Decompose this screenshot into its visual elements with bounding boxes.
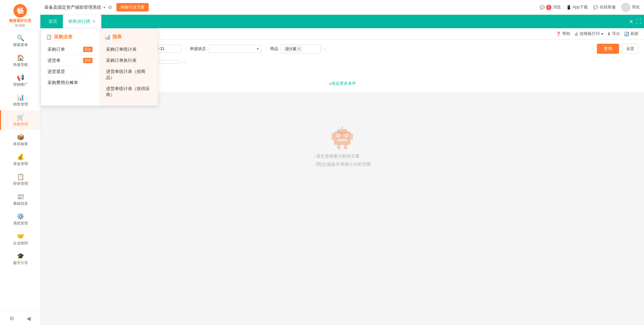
sidebar-item-inventory[interactable]: 📦 库存核算	[0, 130, 40, 150]
collapse-icon: ∧	[329, 81, 332, 86]
goods-select[interactable]: 设计素 ✕	[280, 44, 321, 53]
brand-name: 畅捷通好生意	[9, 18, 31, 23]
edition-label: 标准版	[15, 23, 25, 28]
filter-doc-status: 单据状态 ▾	[190, 45, 262, 53]
print-dropdown-icon[interactable]: ▾	[601, 32, 603, 36]
message-icon: 💬	[540, 5, 545, 10]
goods-ellipsis[interactable]: ···	[323, 46, 326, 51]
filter-settings-button[interactable]: 设置	[622, 44, 639, 54]
report-instock-goods[interactable]: 进货单统计表（按商品）	[105, 66, 152, 83]
svg-point-6	[346, 135, 347, 136]
report-instock-supplier[interactable]: 进货单统计表（按供应商）	[105, 83, 152, 100]
query-buttons: 查询 设置	[597, 44, 639, 54]
sidebar-item-marketing[interactable]: 📢 营销推广	[0, 71, 40, 90]
sidebar-item-finance[interactable]: 💰 资金管理	[0, 150, 40, 170]
refresh-icon: 🔄	[624, 32, 629, 36]
system-title: 装备及固定资产辅助管理系统	[44, 4, 101, 10]
doc-status-dropdown-icon: ▾	[257, 46, 259, 51]
svg-rect-11	[344, 145, 347, 149]
sidebar: 畅 畅捷通好生意 标准版 🔍 搜索菜单 🏠 快捷导航 📢 营销推广 📊 销售管理…	[0, 0, 40, 325]
sidebar-logo: 畅 畅捷通好生意 标准版	[0, 0, 40, 31]
app-download-item[interactable]: 📱 App下载	[566, 4, 588, 10]
report-icon: 📊	[105, 34, 110, 40]
collab-icon: 🤝	[17, 233, 24, 240]
logo-icon: 畅	[13, 4, 27, 17]
collapse-sidebar-icon[interactable]: ◀	[27, 315, 31, 322]
app-label: App下载	[573, 4, 588, 10]
tab-expand-icon[interactable]: ⛶	[636, 18, 641, 25]
print-button[interactable]: 🖨 按模板打印 ▾	[574, 31, 603, 37]
tab-close-all-icon[interactable]: ✕	[629, 18, 633, 25]
purchase-return-item[interactable]: 进货退货	[46, 66, 94, 77]
inventory-icon: 📦	[17, 133, 24, 141]
search-icon: 🔍	[17, 34, 24, 42]
sidebar-item-basic[interactable]: 📰 基础信息	[0, 190, 40, 209]
empty-illustration	[325, 120, 359, 153]
tab-sales-rank[interactable]: 销售排行榜 ✕	[63, 15, 101, 28]
sidebar-nav: 🔍 搜索菜单 🏠 快捷导航 📢 营销推广 📊 销售管理 🛒 采购管理 📦 库存核…	[0, 31, 40, 312]
doc-status-select[interactable]: ▾	[208, 45, 262, 53]
sales-icon: 📊	[17, 94, 24, 101]
system-icon: ⚙️	[17, 213, 24, 220]
sidebar-item-system[interactable]: ⚙️ 系统管理	[0, 209, 40, 229]
svg-rect-1	[337, 129, 347, 134]
goods-tag-close[interactable]: ✕	[297, 47, 300, 51]
tab-bar-right: ✕ ⛶	[629, 18, 641, 25]
tab-close-icon[interactable]: ✕	[92, 19, 96, 24]
empty-tip-1: 请先选择要分析的方案	[314, 153, 371, 159]
sidebar-item-business[interactable]: 📋 经营管理	[0, 170, 40, 190]
filter-sep-1	[185, 46, 186, 51]
sidebar-item-search[interactable]: 🔍 搜索菜单	[0, 31, 40, 51]
report-order-exec[interactable]: 采购订单执行表	[105, 55, 152, 66]
export-button[interactable]: ⬇ 导出	[607, 31, 620, 37]
main-area: 装备及固定资产辅助管理系统 ▾ ⚙ 体验行业方案 💬 5 消息 📱 App下载 …	[40, 0, 644, 325]
report-order-stat[interactable]: 采购订单统计表	[105, 44, 152, 55]
sidebar-item-collab[interactable]: 🤝 企业协同	[0, 229, 40, 249]
sidebar-item-quick[interactable]: 🏠 快捷导航	[0, 51, 40, 71]
tab-home[interactable]: 首页	[43, 15, 63, 28]
sidebar-item-sales[interactable]: 📊 销售管理	[0, 90, 40, 110]
goods-tag: 设计素 ✕	[283, 46, 302, 52]
svg-rect-2	[342, 126, 343, 129]
purchase-biz-icon: 📋	[46, 34, 52, 40]
sidebar-item-purchase[interactable]: 🛒 采购管理	[0, 110, 40, 130]
purchase-icon: 🛒	[17, 114, 24, 121]
settings-footer-icon[interactable]: ⚙	[9, 315, 14, 322]
title-dropdown-icon[interactable]: ▾	[103, 5, 105, 10]
filter-sep-2	[266, 46, 266, 51]
svg-rect-8	[331, 133, 334, 140]
empty-state: 请先选择要分析的方案 用[过滤]条件来缩小分析范围	[40, 93, 644, 196]
salesperson-ellipsis[interactable]: ···	[183, 59, 186, 64]
user-item[interactable]: 用友	[621, 3, 640, 12]
header-settings-icon[interactable]: ⚙	[108, 5, 112, 10]
purchase-order-item[interactable]: 采购订单 历史	[46, 44, 94, 55]
svg-rect-9	[350, 133, 353, 140]
top-header: 装备及固定资产辅助管理系统 ▾ ⚙ 体验行业方案 💬 5 消息 📱 App下载 …	[40, 0, 644, 15]
filter-goods: 商品 设计素 ✕ ···	[270, 44, 326, 53]
help-button[interactable]: ❓ 帮助	[556, 31, 570, 37]
header-right: 💬 5 消息 📱 App下载 💬 在线客服 用友	[540, 3, 640, 12]
history-badge-1: 历史	[83, 47, 93, 52]
svg-rect-7	[337, 139, 347, 141]
guide-icon: 🎓	[17, 252, 24, 260]
online-support-item[interactable]: 💬 在线客服	[593, 4, 616, 10]
trial-button[interactable]: 体验行业方案	[116, 3, 149, 11]
purchase-instock-item[interactable]: 进货单 历史	[46, 55, 94, 66]
finance-icon: 💰	[17, 153, 24, 161]
empty-tips: 请先选择要分析的方案 用[过滤]条件来缩小分析范围	[314, 153, 371, 169]
tab-bar: 首页 销售排行榜 ✕ 📋 采购业务 采购订单 历史 进货单 历史	[40, 15, 644, 28]
user-label: 用友	[632, 4, 640, 10]
notifications-item[interactable]: 💬 5 消息	[540, 4, 561, 10]
purchase-expense-item[interactable]: 采购费用分摊单	[46, 77, 94, 88]
purchase-col1: 📋 采购业务 采购订单 历史 进货单 历史 进货退货 采购费用分摊单	[46, 34, 94, 100]
print-icon: 🖨	[574, 32, 578, 36]
export-icon: ⬇	[607, 32, 611, 36]
business-icon: 📋	[17, 173, 24, 180]
refresh-button[interactable]: 🔄 刷新	[624, 31, 639, 37]
query-button[interactable]: 查询	[597, 44, 619, 54]
history-badge-2: 历史	[83, 58, 93, 63]
marketing-icon: 📢	[17, 74, 24, 81]
support-icon: 💬	[593, 5, 598, 10]
col2-title: 📊 报表	[105, 34, 152, 40]
sidebar-item-guide[interactable]: 🎓 新手引导	[0, 249, 40, 269]
